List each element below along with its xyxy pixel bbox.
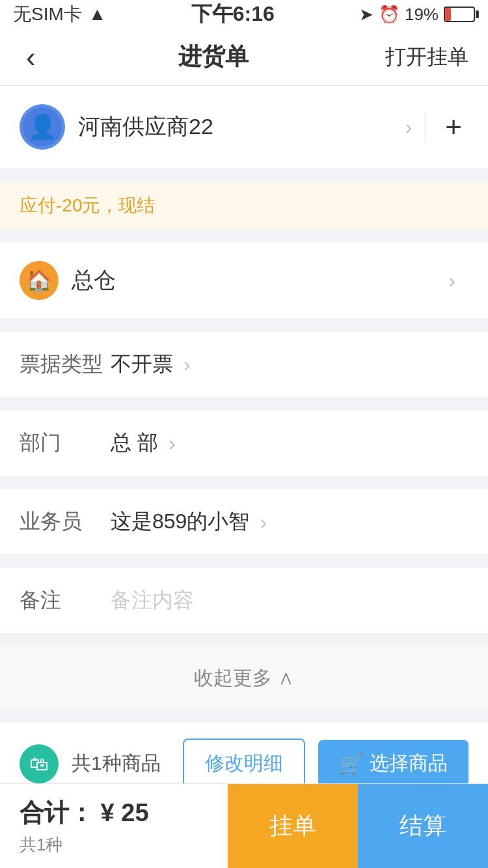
remark-label: 备注	[20, 586, 111, 615]
status-time: 下午6:16	[191, 0, 275, 29]
salesperson-section: 业务员 这是859的小智 ›	[0, 489, 488, 555]
add-button[interactable]: +	[439, 111, 468, 143]
product-count-label: 共1种商品	[72, 750, 170, 777]
supplier-avatar: 👤	[20, 104, 65, 150]
status-bar: 无SIM卡 ▲ 下午6:16 ➤ ⏰ 19%	[0, 0, 488, 29]
warehouse-chevron-icon: ›	[448, 269, 455, 293]
total-amount: 合计： ¥ 25	[20, 796, 208, 830]
page-title: 进货单	[178, 41, 249, 73]
warehouse-name: 总仓	[72, 265, 448, 295]
remark-row[interactable]: 备注 备注内容	[0, 568, 488, 634]
open-pending-button[interactable]: 打开挂单	[385, 43, 468, 72]
invoice-row[interactable]: 票据类型 不开票 ›	[0, 332, 488, 398]
warehouse-icon: 🏠	[26, 268, 52, 293]
bag-icon: 🛍	[29, 753, 49, 775]
warehouse-row[interactable]: 🏠 总仓 ›	[0, 243, 488, 319]
collapse-row[interactable]: 收起更多 ∧	[0, 647, 488, 710]
warehouse-icon-wrap: 🏠	[20, 261, 59, 300]
main-content: 👤 河南供应商22 › + 应付-20元，现结 🏠 总仓 › 票据类型 不开票 …	[0, 86, 488, 868]
checkout-button[interactable]: 结算	[358, 784, 488, 868]
status-carrier: 无SIM卡 ▲	[13, 2, 107, 27]
salesperson-row[interactable]: 业务员 这是859的小智 ›	[0, 489, 488, 555]
total-label: 合计：	[20, 799, 94, 826]
salesperson-label: 业务员	[20, 508, 111, 536]
invoice-chevron-icon: ›	[183, 353, 191, 377]
hang-button[interactable]: 挂单	[228, 784, 358, 868]
department-section: 部门 总 部 ›	[0, 411, 488, 476]
edit-detail-button[interactable]: 修改明细	[183, 739, 305, 789]
status-indicators: ➤ ⏰ 19%	[359, 5, 475, 25]
remark-placeholder: 备注内容	[111, 586, 194, 615]
product-count-icon: 🛍	[20, 744, 59, 783]
collapse-label: 收起更多 ∧	[194, 665, 293, 692]
nav-bar: ‹ 进货单 打开挂单	[0, 29, 488, 86]
vertical-divider	[425, 113, 426, 141]
warehouse-section: 🏠 总仓 ›	[0, 243, 488, 319]
invoice-section: 票据类型 不开票 ›	[0, 332, 488, 398]
department-label: 部门	[20, 429, 111, 457]
supplier-row[interactable]: 👤 河南供应商22 › +	[0, 86, 488, 169]
bottom-bar: 合计： ¥ 25 共1种 挂单 结算	[0, 783, 488, 868]
bottom-total: 合计： ¥ 25 共1种	[0, 784, 228, 868]
select-product-button[interactable]: 🛒 选择商品	[318, 740, 468, 787]
total-count: 共1种	[20, 834, 208, 856]
department-value: 总 部	[111, 429, 158, 457]
salesperson-chevron-icon: ›	[260, 510, 267, 534]
department-row[interactable]: 部门 总 部 ›	[0, 411, 488, 476]
invoice-type-value: 不开票	[111, 350, 173, 379]
supplier-section: 👤 河南供应商22 › +	[0, 86, 488, 169]
supplier-name: 河南供应商22	[78, 112, 405, 142]
battery-text: 19%	[405, 5, 439, 25]
select-product-icon: 🛒	[339, 752, 363, 775]
wifi-icon: ▲	[88, 4, 107, 25]
select-product-label: 选择商品	[370, 750, 448, 777]
back-button[interactable]: ‹	[20, 34, 42, 80]
total-value: ¥ 25	[101, 799, 149, 826]
notice-bar: 应付-20元，现结	[0, 182, 488, 230]
invoice-type-label: 票据类型	[20, 350, 111, 379]
separator	[0, 710, 488, 723]
location-icon: ➤	[359, 5, 373, 25]
salesperson-value: 这是859的小智	[111, 508, 249, 536]
battery-icon	[444, 7, 475, 22]
remark-section: 备注 备注内容	[0, 568, 488, 634]
department-chevron-icon: ›	[169, 431, 176, 455]
alarm-icon: ⏰	[379, 5, 400, 25]
person-icon: 👤	[28, 113, 57, 141]
chevron-right-icon: ›	[405, 115, 413, 139]
